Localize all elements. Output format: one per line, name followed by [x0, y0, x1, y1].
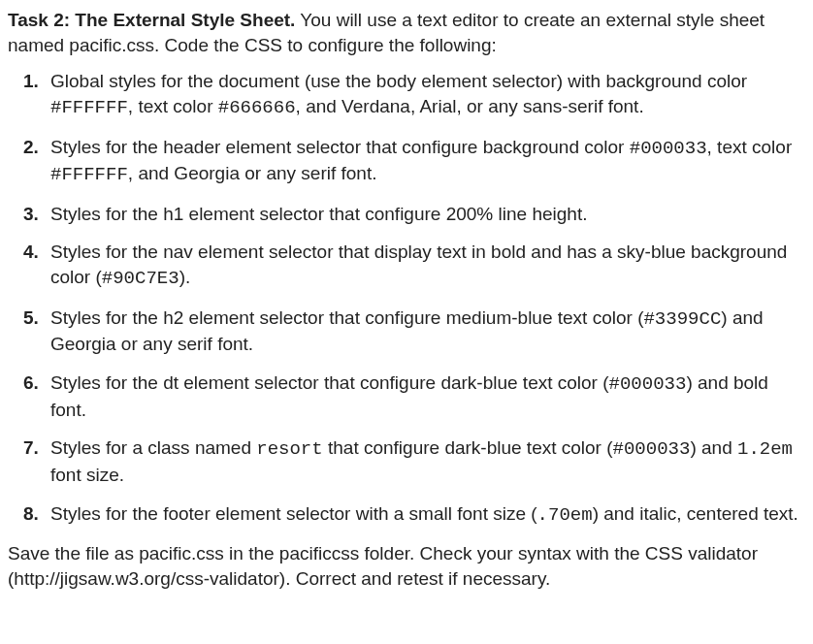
text: , text color — [707, 137, 793, 157]
code-literal: 1.2em — [737, 438, 793, 460]
task-list: Global styles for the document (use the … — [8, 69, 805, 528]
text: Styles for the footer element selector w… — [50, 503, 537, 524]
text: Global styles for the document (use the … — [50, 71, 747, 91]
text: ) and italic, centered text. — [593, 503, 798, 524]
list-item: Styles for the dt element selector that … — [50, 370, 805, 422]
code-literal: #FFFFFF — [50, 164, 128, 185]
text: ) and — [690, 437, 737, 458]
code-literal: #3399CC — [643, 308, 721, 330]
text: Styles for a class named — [50, 437, 256, 458]
text: Save the file as pacific.css in the paci… — [8, 543, 758, 589]
task-outro: Save the file as pacific.css in the paci… — [8, 541, 805, 591]
list-item: Styles for a class named resort that con… — [50, 435, 805, 487]
text: Styles for the h2 element selector that … — [50, 307, 643, 328]
task-title: Task 2: The External Style Sheet. — [8, 10, 295, 30]
text: , and Verdana, Arial, or any sans-serif … — [296, 96, 644, 116]
task-intro: Task 2: The External Style Sheet. You wi… — [8, 8, 805, 57]
list-item: Styles for the h2 element selector that … — [50, 306, 805, 357]
text: ). — [179, 267, 191, 287]
list-item: Styles for the h1 element selector that … — [50, 202, 805, 227]
list-item: Global styles for the document (use the … — [50, 69, 805, 120]
list-item: Styles for the footer element selector w… — [50, 501, 805, 529]
code-literal: #FFFFFF — [50, 97, 128, 118]
text: , and Georgia or any serif font. — [128, 163, 377, 183]
text: font size. — [50, 465, 124, 485]
text: that configure dark-blue text color ( — [323, 437, 613, 458]
list-item: Styles for the header element selector t… — [50, 135, 805, 188]
code-literal: #000033 — [630, 138, 707, 159]
code-literal: #666666 — [218, 97, 296, 118]
code-literal: #90C7E3 — [102, 268, 179, 289]
code-literal: #000033 — [613, 438, 691, 460]
code-literal: #000033 — [609, 373, 687, 395]
text: Styles for the header element selector t… — [50, 137, 630, 157]
code-literal: .70em — [537, 504, 593, 526]
text: Styles for the dt element selector that … — [50, 372, 609, 393]
list-item: Styles for the nav element selector that… — [50, 240, 805, 291]
text: Styles for the h1 element selector that … — [50, 204, 587, 224]
code-literal: resort — [256, 438, 322, 460]
text: , text color — [128, 96, 218, 116]
